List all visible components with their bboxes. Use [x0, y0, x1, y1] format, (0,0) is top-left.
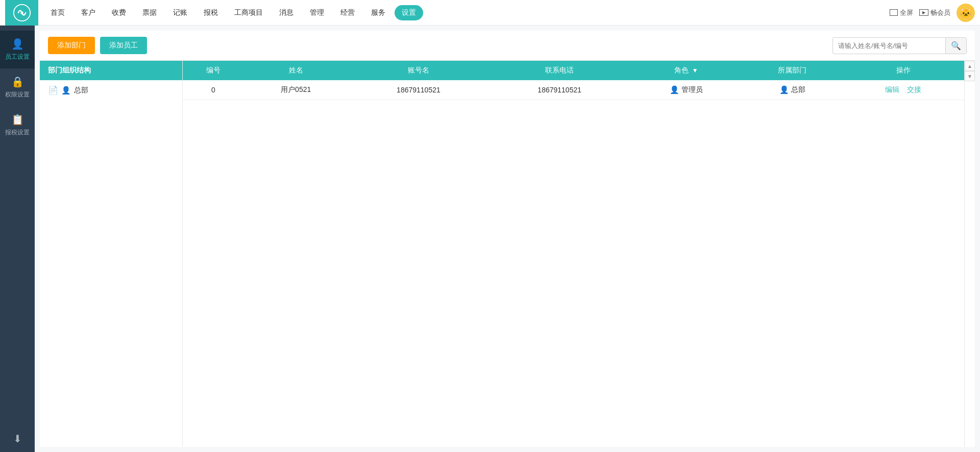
sidebar-item-employee[interactable]: 👤 员工设置	[0, 31, 35, 68]
cell-account: 18679110521	[348, 80, 489, 100]
download-icon: ⬇	[13, 433, 22, 445]
table-row: 0 用户0521 18679110521 18679110521 👤管理员 👤总…	[183, 80, 964, 100]
nav-item-收费[interactable]: 收费	[105, 5, 133, 20]
dept-tree: 部门组织结构 📄 👤 总部	[40, 61, 183, 447]
content-inner: 添加部门 添加员工 🔍 部门组织结构 📄 👤 总部	[40, 31, 975, 447]
dept-row-icon: 👤	[779, 85, 789, 94]
role-icon: 👤	[670, 85, 679, 94]
top-navigation: 首页客户收费票据记账报税工商项目消息管理经营服务设置 全屏 ▶ 畅会员 🐱	[0, 0, 980, 26]
sidebar-label-permission: 权限设置	[5, 90, 30, 99]
nav-item-消息[interactable]: 消息	[272, 5, 301, 20]
fullscreen-label: 全屏	[900, 8, 913, 17]
member-label: 畅会员	[930, 8, 950, 17]
user-avatar[interactable]: 🐱	[957, 4, 975, 22]
sidebar-label-employee: 员工设置	[5, 53, 30, 61]
col-header-role[interactable]: 角色 ▼	[630, 61, 742, 80]
toolbar: 添加部门 添加员工 🔍	[40, 31, 975, 61]
content-area: 添加部门 添加员工 🔍 部门组织结构 📄 👤 总部	[35, 26, 980, 452]
filter-icon: ▼	[692, 67, 698, 74]
add-emp-button[interactable]: 添加员工	[100, 37, 147, 54]
nav-item-报税[interactable]: 报税	[197, 5, 225, 20]
search-button[interactable]: 🔍	[945, 38, 966, 54]
table-area: 部门组织结构 📄 👤 总部 编号 姓名 账号名	[40, 61, 975, 447]
search-icon: 🔍	[951, 41, 961, 50]
nav-item-首页[interactable]: 首页	[43, 5, 72, 20]
file-icon: 📄	[48, 85, 58, 95]
col-header-phone: 联系电话	[489, 61, 630, 80]
col-header-id: 编号	[183, 61, 244, 80]
scroll-up-button[interactable]: ▲	[965, 61, 975, 71]
logo	[5, 0, 38, 26]
search-box: 🔍	[832, 37, 967, 54]
col-header-account: 账号名	[348, 61, 489, 80]
cell-id: 0	[183, 80, 244, 100]
nav-item-客户[interactable]: 客户	[74, 5, 103, 20]
nav-item-票据[interactable]: 票据	[135, 5, 164, 20]
nav-item-管理[interactable]: 管理	[303, 5, 331, 20]
nav-items: 首页客户收费票据记账报税工商项目消息管理经营服务设置	[43, 5, 890, 20]
scroll-buttons: ▲ ▼	[964, 61, 975, 447]
sidebar-label-tax: 报税设置	[5, 128, 30, 137]
col-header-dept: 所属部门	[742, 61, 842, 80]
cell-phone: 18679110521	[489, 80, 630, 100]
nav-item-记账[interactable]: 记账	[166, 5, 194, 20]
logo-icon	[13, 4, 31, 22]
svg-point-1	[20, 11, 23, 14]
fullscreen-btn[interactable]: 全屏	[890, 8, 913, 17]
main-layout: 👤 员工设置 🔒 权限设置 📋 报税设置 ⬇ 添加部门 添加员工	[0, 26, 980, 452]
sidebar: 👤 员工设置 🔒 权限设置 📋 报税设置 ⬇	[0, 26, 35, 452]
sidebar-item-permission[interactable]: 🔒 权限设置	[0, 68, 35, 106]
col-header-name: 姓名	[244, 61, 348, 80]
nav-right: 全屏 ▶ 畅会员 🐱	[890, 4, 975, 22]
employee-table: 编号 姓名 账号名 联系电话 角色 ▼ 所属部门 操作 0	[183, 61, 964, 100]
dept-tree-item-general[interactable]: 📄 👤 总部	[40, 80, 182, 100]
permission-icon: 🔒	[11, 76, 24, 88]
sidebar-item-tax[interactable]: 📋 报税设置	[0, 106, 35, 144]
cell-name: 用户0521	[244, 80, 348, 100]
action-sep	[902, 85, 904, 93]
action-交接[interactable]: 交接	[907, 85, 921, 93]
nav-item-工商项目[interactable]: 工商项目	[227, 5, 270, 20]
scroll-down-button[interactable]: ▼	[965, 71, 975, 81]
add-dept-button[interactable]: 添加部门	[48, 37, 95, 54]
emp-table-wrap: 编号 姓名 账号名 联系电话 角色 ▼ 所属部门 操作 0	[183, 61, 964, 447]
sidebar-download-btn[interactable]: ⬇	[0, 425, 35, 452]
dept-user-icon: 👤	[61, 86, 71, 95]
table-header-row: 编号 姓名 账号名 联系电话 角色 ▼ 所属部门 操作	[183, 61, 964, 80]
employee-icon: 👤	[11, 38, 24, 50]
action-编辑[interactable]: 编辑	[885, 85, 899, 93]
member-btn[interactable]: ▶ 畅会员	[919, 8, 950, 17]
cell-role: 👤管理员	[630, 80, 742, 100]
cell-dept: 👤总部	[742, 80, 842, 100]
nav-item-设置[interactable]: 设置	[395, 5, 423, 20]
fullscreen-icon	[890, 9, 898, 16]
dept-tree-header: 部门组织结构	[40, 61, 182, 80]
nav-item-服务[interactable]: 服务	[364, 5, 393, 20]
member-icon: ▶	[919, 9, 928, 16]
search-input[interactable]	[833, 39, 945, 53]
sidebar-bottom: ⬇	[0, 425, 35, 452]
nav-item-经营[interactable]: 经营	[333, 5, 362, 20]
col-header-action: 操作	[842, 61, 964, 80]
cell-actions: 编辑 交接	[842, 80, 964, 100]
dept-name-general: 总部	[74, 86, 88, 95]
tax-icon: 📋	[11, 113, 24, 126]
